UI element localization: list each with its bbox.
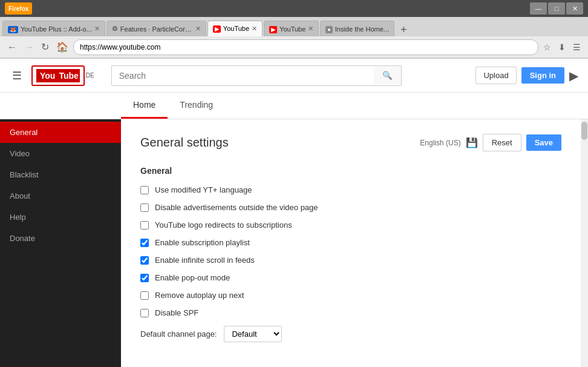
close-button[interactable]: ✕ [566, 2, 583, 15]
checkbox-label-3[interactable]: Enable subscription playlist [155, 238, 250, 247]
checkbox-label-5[interactable]: Enable pop-out mode [155, 273, 230, 282]
scrollbar-area [581, 119, 588, 367]
tabs-bar: 🦊YouTube Plus :: Add-o...✕⚙Features · Pa… [0, 17, 588, 36]
checkbox-row-2: YouTube logo redirects to subscriptions [140, 220, 561, 230]
dropdown-label: Default channel page: [140, 329, 217, 339]
sidebar-item-general[interactable]: General [0, 122, 121, 143]
checkbox-row-5: Enable pop-out mode [140, 273, 561, 282]
upload-button[interactable]: Upload [475, 67, 516, 84]
checkboxes-container: Use modified YT+ languageDisable adverti… [140, 185, 561, 317]
checkbox-4[interactable] [140, 256, 149, 265]
tab-favicon-4: ● [325, 25, 332, 33]
browser-tab-4[interactable]: ●Inside the Home... [320, 21, 394, 36]
pocket-button[interactable]: ⬇ [556, 41, 568, 53]
youtube-nav: HomeTrending [0, 93, 588, 119]
search-button[interactable]: 🔍 [374, 65, 402, 86]
checkbox-row-0: Use modified YT+ language [140, 185, 561, 194]
checkbox-3[interactable] [140, 239, 149, 247]
settings-header: General settings English (US) 💾 Reset Sa… [140, 134, 561, 151]
settings-actions: English (US) 💾 Reset Save [420, 134, 561, 151]
checkbox-0[interactable] [140, 186, 149, 194]
checkbox-label-2[interactable]: YouTube logo redirects to subscriptions [155, 220, 292, 230]
browser-tab-3[interactable]: ▶YouTube✕ [264, 21, 319, 36]
title-bar: Firefox — □ ✕ [0, 0, 588, 17]
toolbar-icons: ☆ ⬇ ☰ [541, 41, 583, 53]
tab-close-1[interactable]: ✕ [195, 25, 201, 33]
back-button[interactable]: ← [5, 41, 19, 54]
search-input[interactable] [111, 65, 374, 86]
checkbox-row-4: Enable infinite scroll in feeds [140, 256, 561, 265]
new-tab-button[interactable]: + [396, 24, 412, 36]
tab-close-2[interactable]: ✕ [252, 25, 257, 33]
checkbox-2[interactable] [140, 221, 149, 230]
sidebar-item-blacklist[interactable]: Blacklist [0, 164, 121, 185]
scrollbar-thumb[interactable] [581, 122, 587, 140]
browser-tab-1[interactable]: ⚙Features · ParticleCore...✕ [106, 21, 206, 36]
youtube-logo: YouTube DE [31, 65, 94, 86]
save-button[interactable]: Save [526, 134, 561, 151]
checkbox-label-7[interactable]: Disable SPF [155, 308, 198, 317]
sidebar-item-video[interactable]: Video [0, 143, 121, 164]
tab-label-3: YouTube [279, 25, 305, 33]
checkbox-1[interactable] [140, 203, 149, 212]
maximize-button[interactable]: □ [548, 2, 565, 15]
menu-button[interactable]: ☰ [570, 41, 583, 53]
tab-label-1: Features · ParticleCore... [120, 25, 193, 33]
settings-panel: General settings English (US) 💾 Reset Sa… [121, 119, 581, 367]
forward-button[interactable]: → [22, 41, 36, 54]
tab-close-3[interactable]: ✕ [308, 25, 313, 33]
reload-button[interactable]: ↻ [39, 40, 51, 54]
header-actions: Upload Sign in ▶ [475, 67, 578, 84]
checkbox-row-6: Remove autoplay up next [140, 291, 561, 300]
checkbox-label-4[interactable]: Enable infinite scroll in feeds [155, 256, 255, 265]
tab-label-2: YouTube [223, 25, 249, 32]
youtube-main: GeneralVideoBlacklistAboutHelpDonate Gen… [0, 119, 588, 367]
subscription-icon-button[interactable]: ▶ [569, 68, 578, 83]
browser-tab-2[interactable]: ▶YouTube✕ [207, 21, 263, 36]
tab-favicon-3: ▶ [269, 25, 277, 33]
channel-page-dropdown[interactable]: DefaultVideosAbout [224, 326, 282, 342]
checkbox-row-1: Disable advertisements outside the video… [140, 203, 561, 212]
tab-label-4: Inside the Home... [335, 25, 389, 33]
sidebar-item-donate[interactable]: Donate [0, 228, 121, 249]
search-container: 🔍 [111, 65, 402, 86]
checkbox-row-7: Disable SPF [140, 308, 561, 317]
bookmark-button[interactable]: ☆ [541, 41, 554, 53]
reset-button[interactable]: Reset [483, 134, 521, 151]
checkbox-6[interactable] [140, 291, 149, 300]
checkbox-7[interactable] [140, 309, 149, 317]
address-bar: ← → ↻ 🏠 ☆ ⬇ ☰ [0, 36, 588, 58]
tab-favicon-0: 🦊 [8, 25, 18, 33]
save-icon-button[interactable]: 💾 [466, 137, 478, 148]
youtube-header: ☰ YouTube DE 🔍 Upload Sign in ▶ [0, 59, 588, 93]
tab-favicon-2: ▶ [213, 25, 221, 32]
settings-title: General settings [140, 136, 229, 150]
home-button[interactable]: 🏠 [54, 40, 71, 54]
checkbox-label-1[interactable]: Disable advertisements outside the video… [155, 203, 318, 212]
tab-favicon-1: ⚙ [112, 25, 118, 33]
nav-tab-home[interactable]: Home [121, 93, 168, 119]
sidebar-item-help[interactable]: Help [0, 207, 121, 228]
tab-label-0: YouTube Plus :: Add-o... [21, 25, 92, 33]
browser-tab-0[interactable]: 🦊YouTube Plus :: Add-o...✕ [2, 21, 105, 36]
address-input[interactable] [73, 39, 538, 55]
youtube-app: ☰ YouTube DE 🔍 Upload Sign in ▶ HomeTren… [0, 59, 588, 367]
minimize-button[interactable]: — [530, 2, 547, 15]
checkbox-5[interactable] [140, 274, 149, 282]
logo-box: YouTube [31, 65, 85, 86]
checkbox-label-0[interactable]: Use modified YT+ language [155, 185, 252, 194]
section-label: General [140, 166, 561, 176]
browser-chrome: Firefox — □ ✕ 🦊YouTube Plus :: Add-o...✕… [0, 0, 588, 59]
sidebar: GeneralVideoBlacklistAboutHelpDonate [0, 119, 121, 367]
nav-tab-trending[interactable]: Trending [168, 93, 225, 119]
hamburger-button[interactable]: ☰ [10, 67, 24, 85]
signin-button[interactable]: Sign in [521, 67, 564, 84]
checkbox-row-3: Enable subscription playlist [140, 238, 561, 247]
dropdown-row: Default channel page: DefaultVideosAbout [140, 326, 561, 342]
firefox-menu-button[interactable]: Firefox [5, 2, 32, 15]
checkbox-label-6[interactable]: Remove autoplay up next [155, 291, 244, 300]
sidebar-item-about[interactable]: About [0, 185, 121, 207]
tab-close-0[interactable]: ✕ [94, 25, 100, 33]
language-label: English (US) [420, 139, 460, 147]
window-controls: — □ ✕ [530, 2, 583, 15]
